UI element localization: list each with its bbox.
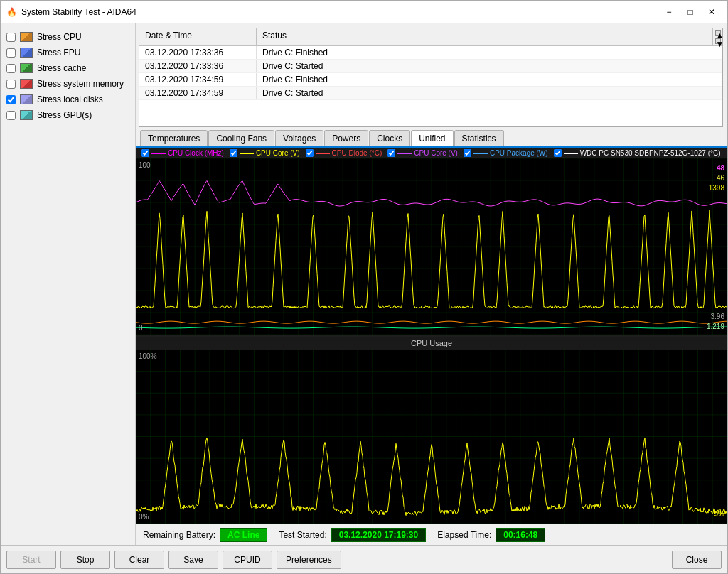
log-body: 03.12.2020 17:33:36 Drive C: Finished 03… [139, 46, 722, 100]
test-started-value: 03.12.2020 17:19:30 [331, 528, 426, 542]
legend-wdc-color [564, 153, 578, 154]
legend-wdc: WDC PC SN530 SDBPNPZ-512G-1027 (°C) [554, 149, 721, 157]
stress-cache-checkbox[interactable] [6, 64, 16, 73]
cpu-icon [20, 32, 33, 42]
legend-cpu-core-v2: CPU Core (V) [387, 149, 458, 157]
tab-temperatures[interactable]: Temperatures [140, 130, 208, 146]
stress-cache-label: Stress cache [37, 63, 86, 73]
chart-bottom-title: CPU Usage [136, 337, 727, 350]
elapsed-label: Elapsed Time: [437, 530, 491, 540]
stress-options: Stress CPU Stress FPU Stress cache Stres… [1, 23, 135, 126]
app-icon: 🔥 [6, 7, 17, 17]
legend-cpu-clock-checkbox[interactable] [141, 149, 149, 157]
test-started-status: Test Started: 03.12.2020 17:19:30 [279, 528, 426, 542]
stress-mem-item: Stress system memory [4, 76, 132, 92]
log-status-0: Drive C: Finished [257, 46, 722, 59]
stress-mem-label: Stress system memory [37, 79, 124, 89]
legend-cpu-clock: CPU Clock (MHz) [141, 149, 224, 157]
log-datetime-0: 03.12.2020 17:33:36 [139, 46, 257, 59]
maximize-button[interactable]: □ [680, 4, 700, 20]
start-button[interactable]: Start [6, 551, 56, 569]
val-396: 3.96 [711, 313, 724, 320]
tabs-row: Temperatures Cooling Fans Voltages Power… [136, 127, 727, 148]
log-header: Date & Time Status ▲ ▼ [139, 28, 722, 46]
fpu-icon [20, 48, 33, 58]
legend-cpu-package-checkbox[interactable] [464, 149, 471, 157]
gpu-icon [20, 110, 33, 120]
log-status-2: Drive C: Finished [257, 73, 722, 86]
log-col-datetime: Date & Time [139, 28, 257, 45]
val-1398: 1398 [709, 184, 724, 192]
cpuid-button[interactable]: CPUID [223, 551, 272, 569]
window-title: System Stability Test - AIDA64 [21, 7, 136, 17]
scroll-down-arrow[interactable]: ▼ [715, 38, 721, 44]
legend-cpu-core-v2-color [397, 153, 412, 154]
log-status-3: Drive C: Started [257, 87, 722, 99]
legend-wdc-label: WDC PC SN530 SDBPNPZ-512G-1027 (°C) [580, 149, 721, 157]
stress-disk-item: Stress local disks [4, 92, 132, 107]
y-label-100pct: 100% [139, 352, 157, 360]
stress-disk-label: Stress local disks [37, 94, 103, 104]
mem-icon [20, 79, 33, 89]
legend-cpu-diode-checkbox[interactable] [306, 149, 314, 157]
scrollbar[interactable]: ▲ ▼ [712, 28, 722, 45]
elapsed-value: 00:16:48 [496, 528, 545, 542]
disk-icon [20, 94, 33, 104]
save-button[interactable]: Save [168, 551, 218, 569]
legend-cpu-package: CPU Package (W) [464, 149, 548, 157]
legend-cpu-core-v2-checkbox[interactable] [387, 149, 395, 157]
stress-gpu-label: Stress GPU(s) [37, 110, 92, 120]
test-started-label: Test Started: [279, 530, 326, 540]
stress-gpu-checkbox[interactable] [6, 111, 16, 120]
stress-cache-item: Stress cache [4, 60, 132, 76]
stress-fpu-checkbox[interactable] [6, 48, 16, 58]
tab-statistics[interactable]: Statistics [454, 130, 504, 146]
tab-voltages[interactable]: Voltages [275, 130, 323, 146]
battery-status: Remaining Battery: AC Line [143, 528, 267, 542]
chart-top: CPU Clock (MHz) CPU Core (V) CPU Diode (… [136, 148, 727, 337]
legend-cpu-core-v-checkbox[interactable] [230, 149, 237, 157]
stress-cpu-checkbox[interactable] [6, 33, 16, 42]
y-label-100: 100 [139, 161, 151, 169]
clear-button[interactable]: Clear [114, 551, 164, 569]
minimize-button[interactable]: − [659, 4, 679, 20]
log-row: 03.12.2020 17:33:36 Drive C: Finished [139, 46, 722, 60]
legend-cpu-diode-color [316, 153, 330, 154]
preferences-button[interactable]: Preferences [277, 551, 341, 569]
legend-cpu-core-v2-label: CPU Core (V) [414, 149, 458, 157]
log-row: 03.12.2020 17:33:36 Drive C: Started [139, 60, 722, 73]
stress-disk-checkbox[interactable] [6, 95, 16, 104]
val-46: 46 [717, 174, 724, 182]
stop-button[interactable]: Stop [60, 551, 110, 569]
tab-cooling-fans[interactable]: Cooling Fans [208, 130, 274, 146]
legend-cpu-package-color [473, 153, 488, 154]
charts-wrapper: CPU Clock (MHz) CPU Core (V) CPU Diode (… [136, 148, 727, 524]
legend-wdc-checkbox[interactable] [554, 149, 562, 157]
log-datetime-1: 03.12.2020 17:33:36 [139, 60, 257, 72]
content-pane: Date & Time Status ▲ ▼ 03.12.2020 17:33:… [136, 23, 727, 545]
elapsed-status: Elapsed Time: 00:16:48 [437, 528, 545, 542]
status-bar: Remaining Battery: AC Line Test Started:… [136, 524, 727, 545]
stress-cpu-label: Stress CPU [37, 32, 82, 42]
close-window-button[interactable]: ✕ [702, 4, 722, 20]
app-window: 🔥 System Stability Test - AIDA64 − □ ✕ S… [0, 0, 728, 574]
tab-powers[interactable]: Powers [324, 130, 368, 146]
legend-cpu-core-v-color [240, 153, 254, 154]
val-1219: 1.219 [707, 323, 724, 330]
log-status-1: Drive C: Started [257, 60, 722, 72]
log-col-status: Status [257, 28, 712, 45]
title-bar-left: 🔥 System Stability Test - AIDA64 [6, 7, 136, 17]
log-row: 03.12.2020 17:34:59 Drive C: Finished [139, 73, 722, 87]
legend-cpu-diode: CPU Diode (°C) [306, 149, 382, 157]
legend-cpu-core-v-label: CPU Core (V) [256, 149, 300, 157]
stress-mem-checkbox[interactable] [6, 80, 16, 89]
tab-unified[interactable]: Unified [411, 130, 453, 146]
stress-fpu-label: Stress FPU [37, 48, 80, 58]
close-button[interactable]: Close [672, 551, 722, 569]
y-label-0: 0 [139, 324, 143, 332]
scroll-up-arrow[interactable]: ▲ [715, 30, 721, 36]
title-bar: 🔥 System Stability Test - AIDA64 − □ ✕ [1, 1, 727, 23]
stress-fpu-item: Stress FPU [4, 45, 132, 60]
log-row: 03.12.2020 17:34:59 Drive C: Started [139, 87, 722, 100]
tab-clocks[interactable]: Clocks [369, 130, 410, 146]
